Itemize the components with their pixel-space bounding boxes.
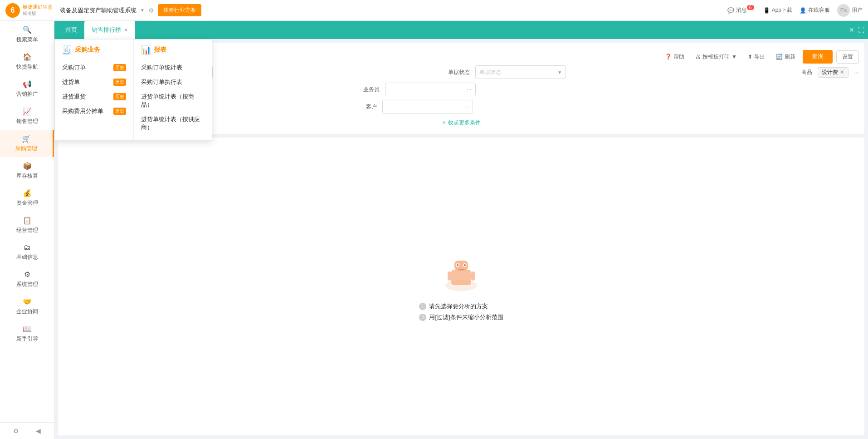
- refresh-btn[interactable]: 🔄 刷新: [772, 51, 799, 63]
- dropdown-item-receive-stats-goods[interactable]: 进货单统计表（按商品）: [141, 89, 205, 112]
- query-btn[interactable]: 查询: [803, 50, 833, 64]
- collapse-icon: ∧: [442, 119, 446, 126]
- customer-dots[interactable]: ···: [464, 104, 469, 110]
- receive-stats-supplier-label: 进货单统计表（按供应商）: [141, 115, 205, 132]
- system-dropdown-arrow[interactable]: ▼: [140, 8, 145, 13]
- logo-sub: 标准版: [23, 10, 53, 17]
- dropdown-col-report: 📊 报表 采购订单统计表 采购订单执行表 进货单统计表（按商品） 进货单统计表（…: [134, 39, 212, 140]
- purchase-return-history-badge: 历史: [113, 93, 126, 100]
- tab-sales-rank[interactable]: 销售排行榜 ✕: [84, 21, 135, 39]
- help-icon: ❓: [665, 54, 672, 60]
- goods-label: 商品: [801, 69, 812, 76]
- tab-close-all-icon[interactable]: ✕: [849, 26, 854, 34]
- service-label: 在线客服: [808, 6, 830, 14]
- help-btn[interactable]: ❓ 帮助: [661, 51, 688, 63]
- empty-area: 1 请先选择要分析的方案 2 用[过滤]条件来缩小分析范围: [58, 138, 864, 435]
- sidebar-item-basic-info[interactable]: 🗂 基础信息: [0, 239, 54, 266]
- empty-hint-2: 2 用[过滤]条件来缩小分析范围: [419, 313, 503, 321]
- sidebar-label-sales: 销售管理: [16, 118, 38, 125]
- quick-nav-icon: 🏠: [23, 53, 32, 61]
- operations-icon: 📋: [23, 216, 32, 225]
- sidebar-collapse-icon[interactable]: ◀: [36, 427, 41, 434]
- tab-sales-rank-close[interactable]: ✕: [124, 27, 128, 33]
- tab-home[interactable]: 首页: [58, 21, 84, 39]
- sidebar-label-operations: 经营管理: [16, 227, 38, 234]
- svg-point-5: [457, 264, 458, 266]
- nav-user[interactable]: Ea 用户: [837, 4, 863, 17]
- purchase-receive-history-badge: 历史: [113, 79, 126, 86]
- dropdown-item-purchase-order[interactable]: 采购订单 历史: [62, 60, 126, 75]
- sidebar-item-sales[interactable]: 📈 销售管理: [0, 103, 54, 130]
- nav-message[interactable]: 💬 消息 6: [727, 6, 756, 14]
- enterprise-icon: 🤝: [23, 297, 32, 306]
- dropdown-purchase-header: 🧾 采购业务: [62, 45, 126, 55]
- salesman-dots[interactable]: ···: [467, 86, 472, 93]
- guide-icon: 📖: [23, 325, 32, 333]
- app-label: App下载: [772, 6, 792, 14]
- svg-rect-1: [451, 270, 471, 285]
- doc-status-dropdown-icon[interactable]: ▼: [557, 70, 562, 75]
- system-icon: ⚙: [24, 270, 30, 279]
- sidebar-label-guide: 新手引导: [16, 335, 38, 343]
- svg-rect-9: [471, 271, 475, 281]
- goods-more-dots[interactable]: ···: [854, 69, 859, 76]
- sidebar-item-operations[interactable]: 📋 经营管理: [0, 212, 54, 239]
- app-icon: 📱: [763, 7, 770, 14]
- sidebar-label-marketing: 营销推广: [16, 90, 38, 98]
- empty-robot-illustration: [439, 252, 484, 297]
- sidebar-item-system[interactable]: ⚙ 系统管理: [0, 266, 54, 293]
- goods-tag-close[interactable]: ✕: [840, 69, 844, 75]
- sidebar-item-enterprise[interactable]: 🤝 企业协同: [0, 293, 54, 320]
- setting-btn[interactable]: 设置: [836, 50, 859, 64]
- sidebar-item-finance[interactable]: 💰 资金管理: [0, 184, 54, 212]
- sidebar-item-purchase[interactable]: 🛒 采购管理: [0, 130, 54, 157]
- system-gear-icon[interactable]: ⚙: [148, 7, 154, 14]
- dropdown-item-purchase-order-exec[interactable]: 采购订单执行表: [141, 75, 205, 89]
- help-label: 帮助: [673, 53, 684, 61]
- purchase-order-label: 采购订单: [62, 64, 86, 72]
- tab-expand-icon[interactable]: ⛶: [858, 26, 864, 34]
- receive-stats-goods-label: 进货单统计表（按商品）: [141, 93, 205, 109]
- basic-info-icon: 🗂: [24, 243, 31, 252]
- sidebar-item-search-menu[interactable]: 🔍 搜索菜单: [0, 21, 54, 48]
- purchase-dropdown-menu: 🧾 采购业务 采购订单 历史 进货单 历史 进货退货 历史 采购费用分摊单 历史…: [54, 39, 212, 141]
- customer-label: 客户: [366, 103, 377, 111]
- empty-hint-1-text: 请先选择要分析的方案: [429, 302, 488, 311]
- tab-sales-rank-label: 销售排行榜: [92, 26, 121, 34]
- sidebar-label-search-menu: 搜索菜单: [16, 36, 38, 44]
- sidebar-item-quick-nav[interactable]: 🏠 快捷导航: [0, 48, 54, 75]
- svg-rect-8: [448, 271, 451, 281]
- sidebar-item-inventory[interactable]: 📦 库存核算: [0, 157, 54, 184]
- print-btn[interactable]: 🖨 按模板打印 ▼: [692, 51, 741, 63]
- sidebar-item-marketing[interactable]: 📢 营销推广: [0, 75, 54, 103]
- dropdown-item-purchase-receive[interactable]: 进货单 历史: [62, 75, 126, 89]
- nav-app[interactable]: 📱 App下载: [763, 6, 792, 14]
- top-header: 6 畅捷通好生意 标准版 装备及固定资产辅助管理系统 ▼ ⚙ 体验行业方案 💬 …: [0, 0, 868, 21]
- marketing-icon: 📢: [23, 80, 32, 89]
- dropdown-item-purchase-order-stats[interactable]: 采购订单统计表: [141, 60, 205, 75]
- purchase-order-stats-label: 采购订单统计表: [141, 64, 182, 72]
- sidebar-label-finance: 资金管理: [16, 199, 38, 207]
- logo-icon: 6: [5, 3, 20, 18]
- svg-point-6: [464, 264, 466, 266]
- print-dropdown-icon: ▼: [731, 54, 737, 60]
- svg-rect-7: [458, 269, 464, 270]
- dropdown-item-purchase-return[interactable]: 进货退货 历史: [62, 89, 126, 104]
- purchase-icon: 🛒: [22, 134, 31, 143]
- nav-service[interactable]: 👤 在线客服: [800, 6, 830, 14]
- search-menu-icon: 🔍: [23, 25, 32, 34]
- doc-status-label: 单据状态: [448, 69, 470, 76]
- sidebar-item-guide[interactable]: 📖 新手引导: [0, 320, 54, 347]
- industry-btn[interactable]: 体验行业方案: [158, 4, 201, 16]
- sidebar: 🔍 搜索菜单 🏠 快捷导航 📢 营销推广 📈 销售管理 🛒 采购管理 📦 库存核…: [0, 21, 54, 439]
- export-btn[interactable]: ⬆ 导出: [744, 51, 769, 63]
- sidebar-label-enterprise: 企业协同: [16, 308, 38, 316]
- doc-status-placeholder: 单据状态: [479, 69, 501, 76]
- header-right: 💬 消息 6 📱 App下载 👤 在线客服 Ea 用户: [727, 4, 863, 17]
- collapse-text: 收起更多条件: [448, 119, 481, 126]
- sidebar-setting-icon[interactable]: ⚙: [13, 427, 19, 434]
- dropdown-item-receive-stats-supplier[interactable]: 进货单统计表（按供应商）: [141, 112, 205, 135]
- dropdown-item-purchase-expense[interactable]: 采购费用分摊单 历史: [62, 104, 126, 118]
- message-badge: 6: [747, 5, 754, 10]
- purchase-order-exec-label: 采购订单执行表: [141, 78, 182, 86]
